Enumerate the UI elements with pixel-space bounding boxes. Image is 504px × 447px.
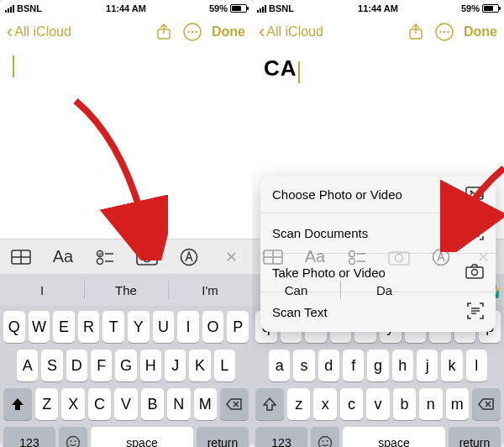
key[interactable]: K (189, 350, 210, 381)
key[interactable]: J (165, 350, 186, 381)
annotation-arrow (67, 92, 168, 260)
key[interactable]: k (441, 350, 462, 381)
shift-key[interactable] (3, 388, 32, 420)
key[interactable]: G (115, 350, 136, 381)
battery-icon (482, 4, 499, 13)
numbers-key[interactable]: 123 (3, 427, 55, 447)
camera-icon[interactable] (385, 245, 413, 269)
suggestion[interactable]: Da (340, 274, 428, 306)
key[interactable]: D (66, 350, 87, 381)
key[interactable]: j (417, 350, 438, 381)
key[interactable]: B (141, 388, 164, 420)
space-key[interactable]: space (91, 427, 193, 447)
key[interactable]: S (41, 350, 62, 381)
key[interactable]: A (17, 350, 38, 381)
key[interactable]: Z (35, 388, 58, 420)
suggestion[interactable]: Can (252, 274, 340, 306)
share-icon[interactable] (155, 23, 173, 41)
key[interactable]: Q (3, 311, 25, 343)
key[interactable]: d (318, 350, 339, 381)
return-key[interactable]: return (449, 427, 501, 447)
backspace-key[interactable] (472, 388, 501, 420)
suggestion-bar: I The I'm (0, 274, 252, 306)
key[interactable]: s (293, 350, 314, 381)
key[interactable]: W (29, 311, 50, 343)
backspace-key[interactable] (220, 388, 249, 420)
key[interactable]: z (287, 388, 310, 420)
key[interactable]: x (313, 388, 336, 420)
suggestion[interactable]: The (84, 274, 168, 306)
key[interactable]: M (194, 388, 217, 420)
svg-point-34 (349, 250, 355, 256)
key[interactable]: a (269, 350, 290, 381)
key[interactable]: v (366, 388, 389, 420)
table-icon[interactable] (259, 245, 287, 269)
key[interactable]: m (446, 388, 469, 420)
key[interactable]: P (227, 311, 249, 343)
key[interactable]: C (88, 388, 111, 420)
chevron-left-icon: ‹ (7, 23, 13, 41)
key[interactable]: O (202, 311, 224, 343)
svg-point-36 (349, 258, 355, 264)
svg-point-39 (396, 254, 403, 261)
key[interactable]: l (466, 350, 487, 381)
key[interactable]: b (393, 388, 416, 420)
svg-point-43 (327, 440, 328, 442)
key[interactable]: g (367, 350, 388, 381)
back-button[interactable]: ‹ All iCloud (259, 23, 323, 41)
svg-point-16 (71, 440, 72, 442)
close-toolbar-icon[interactable]: ✕ (217, 245, 245, 269)
markup-icon[interactable] (175, 245, 203, 269)
back-button[interactable]: ‹ All iCloud (7, 23, 71, 41)
nav-bar: ‹ All iCloud Done (0, 17, 252, 47)
key[interactable]: R (78, 311, 100, 343)
shift-key[interactable] (255, 388, 284, 420)
key[interactable]: F (91, 350, 112, 381)
key[interactable]: V (114, 388, 137, 420)
share-icon[interactable] (407, 23, 425, 41)
note-text: CA (264, 55, 297, 81)
key[interactable]: L (214, 350, 235, 381)
clock: 11:44 AM (0, 3, 252, 13)
back-label: All iCloud (266, 24, 323, 39)
ellipsis-icon[interactable] (435, 23, 454, 41)
numbers-key[interactable]: 123 (255, 427, 307, 447)
ellipsis-icon[interactable] (183, 23, 202, 41)
suggestion[interactable]: I (0, 274, 84, 306)
scan-text-icon (467, 302, 484, 322)
key[interactable]: U (153, 311, 175, 343)
svg-point-21 (444, 31, 445, 33)
key[interactable]: N (167, 388, 190, 420)
checklist-icon[interactable] (343, 245, 371, 269)
suggestion[interactable]: I'm (168, 274, 252, 306)
key[interactable]: E (53, 311, 75, 343)
svg-point-17 (75, 440, 76, 442)
emoji-key[interactable] (311, 427, 339, 447)
table-icon[interactable] (7, 245, 35, 269)
status-bar: BSNL 11:44 AM 59% (0, 0, 252, 17)
done-button[interactable]: Done (464, 24, 497, 39)
back-label: All iCloud (14, 24, 71, 39)
key[interactable]: X (61, 388, 84, 420)
key[interactable]: n (419, 388, 442, 420)
key[interactable]: h (392, 350, 413, 381)
status-bar: BSNL 11:44 AM 59% (252, 0, 504, 17)
done-button[interactable]: Done (212, 24, 245, 39)
key[interactable]: H (140, 350, 161, 381)
key[interactable]: c (340, 388, 363, 420)
chevron-left-icon: ‹ (259, 23, 265, 41)
svg-point-20 (439, 31, 441, 33)
return-key[interactable]: return (197, 427, 249, 447)
space-key[interactable]: space (343, 427, 445, 447)
format-icon[interactable]: Aa (301, 245, 329, 269)
key[interactable]: I (177, 311, 199, 343)
svg-point-22 (447, 31, 449, 33)
key[interactable]: Y (128, 311, 150, 343)
key[interactable]: T (102, 311, 124, 343)
svg-point-27 (472, 270, 478, 276)
keyboard: QWERTYUIOP ASDFGHJKL ZXCVBNM 123 space r… (0, 306, 252, 447)
emoji-key[interactable] (59, 427, 87, 447)
clock: 11:44 AM (252, 3, 504, 13)
key[interactable]: f (343, 350, 364, 381)
svg-point-42 (323, 440, 324, 442)
